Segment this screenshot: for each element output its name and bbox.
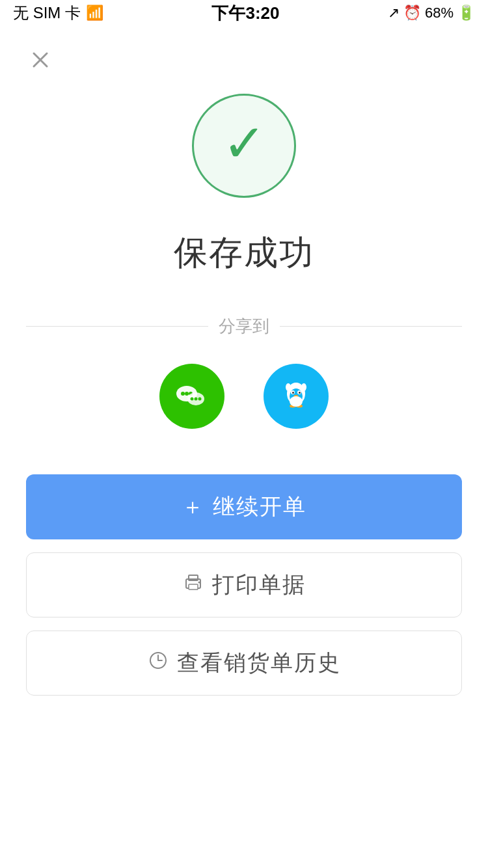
svg-point-8: [195, 398, 198, 401]
battery-icon: 🔋: [457, 5, 475, 21]
print-icon: [182, 571, 204, 599]
success-icon-wrapper: ✓: [192, 94, 296, 198]
svg-point-19: [290, 396, 303, 407]
continue-label: 继续开单: [213, 492, 306, 522]
status-left: 无 SIM 卡 📶: [13, 3, 103, 23]
svg-point-21: [301, 383, 306, 391]
action-buttons: ＋ 继续开单 打印单据 查看销货单历史: [26, 474, 462, 696]
svg-point-4: [185, 392, 189, 396]
status-bar: 无 SIM 卡 📶 下午3:20 ↗ ⏰ 68% 🔋: [0, 0, 488, 26]
sim-label: 无 SIM 卡: [13, 3, 81, 23]
svg-point-9: [198, 398, 202, 401]
success-title: 保存成功: [174, 230, 314, 276]
history-label: 查看销货单历史: [177, 648, 341, 678]
wifi-icon: 📶: [86, 5, 103, 21]
status-right: ↗ ⏰ 68% 🔋: [388, 5, 475, 21]
battery-percent: 68%: [425, 5, 454, 21]
share-label: 分享到: [219, 315, 269, 338]
plus-icon: ＋: [182, 492, 205, 522]
qq-icon: [278, 378, 314, 414]
view-history-button[interactable]: 查看销货单历史: [26, 631, 462, 696]
svg-point-20: [286, 383, 291, 391]
location-icon: ↗: [388, 5, 400, 21]
close-button[interactable]: [26, 46, 55, 74]
print-button[interactable]: 打印单据: [26, 552, 462, 617]
alarm-icon: ⏰: [403, 5, 421, 21]
divider-right: [280, 326, 462, 327]
wechat-icon: [172, 377, 211, 416]
share-divider-row: 分享到: [26, 315, 462, 338]
status-time: 下午3:20: [211, 2, 279, 25]
print-label: 打印单据: [212, 570, 306, 600]
main-content: ✓ 保存成功 分享到: [0, 81, 488, 868]
share-icons-row: [159, 364, 329, 429]
continue-order-button[interactable]: ＋ 继续开单: [26, 474, 462, 539]
svg-point-14: [292, 392, 294, 394]
svg-point-7: [191, 398, 194, 401]
history-icon: [147, 649, 169, 677]
checkmark-icon: ✓: [223, 118, 266, 170]
divider-left: [26, 326, 208, 327]
close-icon: [31, 51, 49, 69]
svg-rect-24: [189, 584, 198, 590]
share-wechat-button[interactable]: [159, 364, 224, 429]
share-qq-button[interactable]: [264, 364, 329, 429]
svg-point-3: [181, 392, 185, 396]
svg-point-15: [299, 392, 301, 394]
svg-point-25: [198, 582, 200, 584]
close-btn-area: [0, 26, 488, 81]
